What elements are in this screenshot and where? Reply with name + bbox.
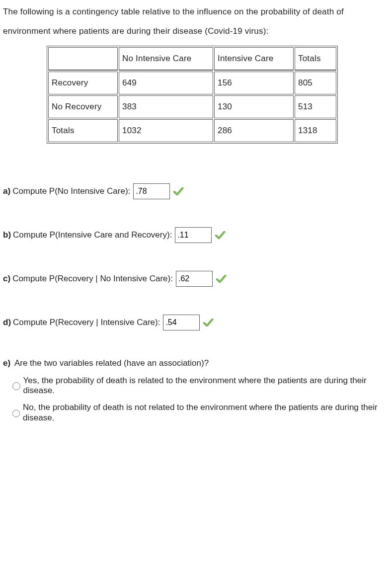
- question-a: a) Compute P(No Intensive Care):: [3, 183, 389, 199]
- question-letter: c): [3, 274, 10, 284]
- table-row: Totals 1032 286 1318: [48, 119, 336, 142]
- radio-input-no[interactable]: [12, 409, 20, 417]
- question-letter: e): [3, 358, 10, 368]
- table-header-row: No Intensive Care Intensive Care Totals: [48, 47, 336, 71]
- table-cell: 513: [295, 95, 336, 118]
- radio-option-yes[interactable]: Yes, the probability of death is related…: [10, 376, 389, 396]
- table-cell: 805: [295, 72, 336, 94]
- table-header-cell: Intensive Care: [214, 47, 294, 71]
- contingency-table-wrap: No Intensive Care Intensive Care Totals …: [47, 46, 389, 144]
- answer-input-d[interactable]: [163, 315, 200, 330]
- question-text: Compute P(Recovery | Intensive Care):: [13, 318, 160, 327]
- question-letter: d): [3, 318, 11, 327]
- question-b: b) Compute P(Intensive Care and Recovery…: [3, 227, 389, 243]
- contingency-table: No Intensive Care Intensive Care Totals …: [47, 46, 338, 144]
- radio-option-no[interactable]: No, the probability of death is not rela…: [10, 403, 389, 423]
- table-header-cell: Totals: [295, 47, 336, 71]
- table-row: No Recovery 383 130 513: [48, 95, 336, 118]
- intro-text: The following is a contingency table rel…: [3, 2, 389, 41]
- checkmark-icon: [173, 186, 184, 197]
- table-cell: 130: [214, 95, 294, 118]
- checkmark-icon: [215, 230, 226, 241]
- question-text: Compute P(Intensive Care and Recovery):: [13, 230, 172, 240]
- radio-label: Yes, the probability of death is related…: [23, 376, 389, 396]
- question-text: Are the two variables related (have an a…: [14, 358, 209, 368]
- question-d: d) Compute P(Recovery | Intensive Care):: [3, 315, 389, 330]
- answer-input-b[interactable]: [175, 227, 212, 243]
- question-text: Compute P(Recovery | No Intensive Care):: [12, 274, 173, 284]
- radio-input-yes[interactable]: [12, 382, 20, 390]
- table-cell: 1032: [119, 119, 213, 142]
- question-e: e) Are the two variables related (have a…: [3, 358, 389, 423]
- question-letter: b): [3, 230, 11, 240]
- question-c: c) Compute P(Recovery | No Intensive Car…: [3, 271, 389, 287]
- table-cell: 383: [119, 95, 213, 118]
- table-header-cell: [48, 47, 118, 71]
- answer-input-a[interactable]: [133, 183, 170, 199]
- radio-label: No, the probability of death is not rela…: [23, 403, 389, 423]
- table-cell: Recovery: [48, 72, 118, 94]
- table-cell: 1318: [295, 119, 336, 142]
- table-cell: 156: [214, 72, 294, 94]
- question-letter: a): [3, 186, 10, 196]
- table-cell: Totals: [48, 119, 118, 142]
- table-cell: 649: [119, 72, 213, 94]
- table-cell: 286: [214, 119, 294, 142]
- table-row: Recovery 649 156 805: [48, 72, 336, 94]
- answer-input-c[interactable]: [176, 271, 213, 287]
- question-text: Compute P(No Intensive Care):: [12, 186, 130, 196]
- table-header-cell: No Intensive Care: [119, 47, 213, 71]
- table-cell: No Recovery: [48, 95, 118, 118]
- checkmark-icon: [216, 273, 227, 284]
- checkmark-icon: [203, 317, 214, 328]
